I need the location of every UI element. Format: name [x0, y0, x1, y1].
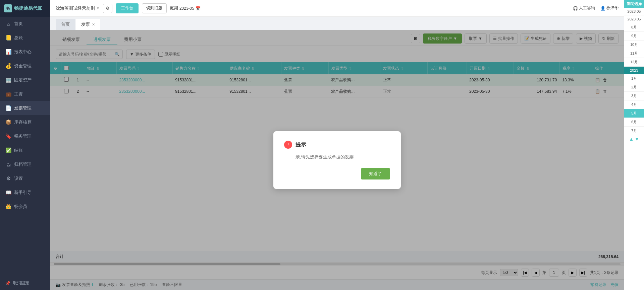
sidebar-item-inventory[interactable]: 📦 库存核算 [0, 115, 50, 129]
sidebar-label-settings: 设置 [14, 175, 23, 182]
logo-text: 畅捷通易代账 [14, 5, 42, 11]
archive-icon: 🗂 [5, 162, 11, 167]
period-2023[interactable]: 2023 [624, 67, 644, 74]
service-label: 人工咨询 [579, 5, 595, 11]
period-m10[interactable]: 10月 [624, 41, 644, 49]
settings-small-icon: ⚙ [106, 6, 110, 11]
period-m9[interactable]: 9月 [624, 32, 644, 41]
user-avatar-icon: 👤 [600, 6, 605, 11]
period-up-button[interactable]: ▲ [629, 136, 634, 142]
period-nav: ▲ ▼ [624, 135, 644, 143]
home-icon: ⌂ [5, 21, 11, 27]
cancel-fix-label: 取消固定 [13, 280, 29, 286]
modal-confirm-button[interactable]: 知道了 [361, 168, 390, 179]
sidebar-label-assets: 固定资产 [14, 77, 32, 83]
sidebar: 畅 畅捷通易代账 ⌂ 首页 📒 总账 📊 报表中心 💰 资金管理 🏢 固定资产 … [0, 0, 50, 290]
sidebar-label-salary: 工资 [14, 91, 23, 97]
invoice-icon: 📄 [5, 105, 11, 111]
salary-icon: 💼 [5, 91, 11, 97]
tab-invoice[interactable]: 发票 ✕ [76, 19, 100, 30]
user-name: 徐泽华 [606, 5, 619, 11]
period-year-1[interactable]: 2023.05 [624, 8, 644, 15]
company-selector[interactable]: 沈海英测试经营勿删 ▼ [56, 5, 100, 11]
tab-close-icon[interactable]: ✕ [92, 22, 95, 27]
tax-icon: 🔖 [5, 133, 11, 139]
period-year-2[interactable]: 2023.05 [624, 15, 644, 23]
sidebar-label-capital: 资金管理 [14, 63, 32, 69]
company-name: 沈海英测试经营勿删 [56, 5, 95, 11]
capital-icon: 💰 [5, 63, 11, 69]
warning-icon: ! [284, 141, 292, 149]
user-menu[interactable]: 👤 徐泽华 [600, 5, 619, 11]
assets-icon: 🏢 [5, 77, 11, 83]
period-m7[interactable]: 7月 [624, 127, 644, 135]
sidebar-label-ledger: 总账 [14, 35, 23, 41]
sidebar-item-archive[interactable]: 🗂 归档管理 [0, 157, 50, 171]
period-text-label: 账期 [170, 5, 178, 11]
guide-icon: 📖 [5, 190, 11, 196]
sidebar-item-report[interactable]: 📊 报表中心 [0, 45, 50, 59]
sidebar-label-guide: 新手引导 [14, 190, 32, 196]
sidebar-label-closing: 结账 [14, 147, 23, 153]
closing-icon: ✅ [5, 147, 11, 153]
sidebar-label-report: 报表中心 [14, 49, 32, 55]
company-settings-button[interactable]: ⚙ [103, 4, 112, 13]
period-m1[interactable]: 1月 [624, 74, 644, 83]
sidebar-item-ledger[interactable]: 📒 总账 [0, 31, 50, 45]
topbar-right: 🎧 人工咨询 👤 徐泽华 [573, 5, 619, 11]
period-m11[interactable]: 11月 [624, 49, 644, 58]
sidebar-item-salary[interactable]: 💼 工资 [0, 87, 50, 101]
modal-overlay: ! 提示 亲,请先选择要生成单据的发票! 知道了 [50, 30, 624, 290]
period-display: 账期 2023-05 📅 [170, 5, 201, 11]
switch-version-button[interactable]: 切到旧版 [142, 3, 167, 13]
app-logo: 畅 畅捷通易代账 [0, 0, 50, 17]
topbar: 沈海英测试经营勿删 ▼ ⚙ 工作台 切到旧版 账期 2023-05 📅 🎧 人工… [50, 0, 624, 17]
modal-title: 提示 [296, 141, 306, 148]
modal-box: ! 提示 亲,请先选择要生成单据的发票! 知道了 [273, 131, 401, 189]
inventory-icon: 📦 [5, 119, 11, 125]
ledger-icon: 📒 [5, 35, 11, 41]
sidebar-item-closing[interactable]: ✅ 结账 [0, 143, 50, 157]
sidebar-label-archive: 归档管理 [14, 161, 32, 167]
sidebar-item-home[interactable]: ⌂ 首页 [0, 17, 50, 31]
period-value: 2023-05 [179, 6, 194, 11]
sidebar-label-member: 畅会员 [14, 204, 27, 210]
modal-footer: 知道了 [284, 165, 390, 179]
pin-icon: 📌 [5, 281, 10, 286]
period-m6[interactable]: 6月 [624, 118, 644, 127]
logo-icon: 畅 [4, 4, 12, 12]
sidebar-label-home: 首页 [14, 21, 23, 27]
period-header[interactable]: 期间选择 [624, 0, 644, 8]
period-m2[interactable]: 2月 [624, 83, 644, 92]
sidebar-item-assets[interactable]: 🏢 固定资产 [0, 73, 50, 87]
member-icon: 👑 [5, 204, 11, 210]
calendar-icon: 📅 [196, 6, 201, 11]
sidebar-item-invoice[interactable]: 📄 发票管理 [0, 101, 50, 115]
main-area: 沈海英测试经营勿删 ▼ ⚙ 工作台 切到旧版 账期 2023-05 📅 🎧 人工… [50, 0, 624, 290]
cancel-fix-button[interactable]: 📌 取消固定 [0, 276, 50, 290]
tab-home-label: 首页 [61, 21, 70, 27]
sidebar-label-inventory: 库存核算 [14, 119, 32, 125]
sidebar-item-guide[interactable]: 📖 新手引导 [0, 186, 50, 200]
period-m5[interactable]: 5月 [624, 109, 644, 118]
modal-title-row: ! 提示 [284, 141, 390, 149]
report-icon: 📊 [5, 49, 11, 55]
period-m3[interactable]: 3月 [624, 92, 644, 100]
period-panel: 期间选择 2023.05 2023.05 8月 9月 10月 11月 12月 2… [624, 0, 644, 290]
content-area: 销项发票 进项发票 费用小票 ⊞ 税务数字账户 ▼ 取票 ▼ [50, 30, 624, 290]
headset-icon: 🎧 [573, 6, 578, 11]
sidebar-item-member[interactable]: 👑 畅会员 [0, 200, 50, 214]
sidebar-item-capital[interactable]: 💰 资金管理 [0, 59, 50, 73]
period-m4[interactable]: 4月 [624, 100, 644, 109]
tab-bar: 首页 发票 ✕ [50, 17, 624, 30]
period-down-button[interactable]: ▼ [635, 136, 639, 142]
sidebar-label-invoice: 发票管理 [14, 105, 32, 111]
tab-invoice-label: 发票 [81, 21, 90, 27]
workbench-button[interactable]: 工作台 [116, 3, 139, 13]
sidebar-item-tax[interactable]: 🔖 税务管理 [0, 129, 50, 143]
sidebar-item-settings[interactable]: ⚙ 设置 [0, 171, 50, 186]
service-button[interactable]: 🎧 人工咨询 [573, 5, 595, 11]
tab-home[interactable]: 首页 [56, 19, 75, 30]
period-m12[interactable]: 12月 [624, 58, 644, 67]
period-m8[interactable]: 8月 [624, 23, 644, 32]
